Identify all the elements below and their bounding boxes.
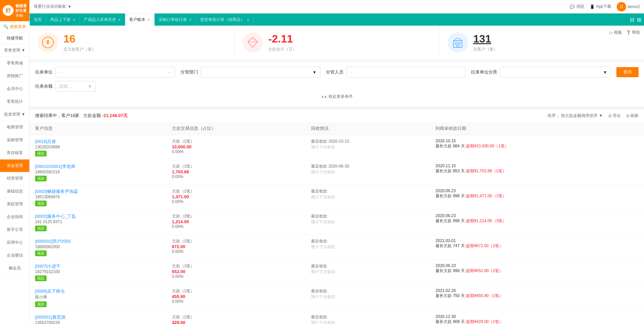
debt-amount-2[interactable]: 1,471.00 bbox=[172, 194, 301, 199]
sidebar-item-label: 会员中心 bbox=[1, 86, 28, 92]
sidebar-item-member-center[interactable]: 会员中心 bbox=[0, 83, 29, 95]
stat-info-debt-amount: -2.11 欠款合计（万） bbox=[268, 33, 297, 52]
sidebar-item-retail-stats[interactable]: 零售统计 bbox=[0, 95, 29, 108]
overdue-link-6[interactable]: 超期¥455.90（1笔） bbox=[466, 293, 503, 298]
customer-name-link-3[interactable]: [0002]服务中心_丁磊 bbox=[35, 214, 76, 219]
cell-due-date-3: 2020.06.23 最长欠款 998 天 超期¥1,214.00（3笔） bbox=[430, 210, 644, 235]
user-item[interactable]: D demo2 bbox=[617, 2, 640, 11]
filter-input-source-unit[interactable]: ··· bbox=[55, 67, 175, 78]
tab-product-history-close[interactable]: ✕ bbox=[118, 18, 121, 22]
overdue-link-0[interactable]: 超期¥10,000.00（1笔） bbox=[466, 144, 509, 148]
tab-minimize-icon[interactable]: ⊟ bbox=[630, 17, 634, 23]
tab-home[interactable]: 首页 bbox=[30, 13, 46, 26]
sidebar-item-app-center[interactable]: 应用中心 bbox=[0, 236, 29, 249]
sidebar-item-purchase-mgmt[interactable]: 采购管理 bbox=[0, 134, 29, 147]
tab-purchase-summary-by-product-close[interactable]: ✕ bbox=[247, 18, 249, 22]
sidebar-item-system-mgmt[interactable]: 系统管理 bbox=[0, 198, 29, 211]
refresh-action[interactable]: ◎ 刷新 bbox=[626, 113, 639, 119]
filter-select-source-unit-class[interactable]: ▼ bbox=[500, 67, 611, 78]
stat-number-debt-amount: -2.11 bbox=[268, 33, 297, 45]
customer-name-link-0[interactable]: [0016]吕俊 bbox=[35, 139, 56, 144]
sidebar-item-new-guide[interactable]: 新手引导 bbox=[0, 224, 29, 236]
sidebar-item-enterprise-wechat[interactable]: 企业微信 bbox=[0, 249, 29, 262]
due-date-7: 2020.12.30 bbox=[436, 314, 639, 319]
debt-amount-5[interactable]: 652.00 bbox=[172, 269, 301, 274]
sidebar-item-basic-info[interactable]: 基础信息 bbox=[0, 185, 29, 198]
filter-select-remaining[interactable]: 选择... ▼ bbox=[55, 81, 96, 92]
sort-dropdown[interactable]: 排序： 按欠款金额倒序排序 ▼ bbox=[548, 113, 603, 119]
filter-select-department[interactable]: ▼ bbox=[201, 67, 320, 78]
tab-purchase-order-summary-close[interactable]: ✕ bbox=[189, 18, 192, 22]
debt-amount-0[interactable]: 10,000.00 bbox=[172, 144, 301, 149]
app-download-item[interactable]: 📱 App下载 bbox=[590, 4, 611, 9]
customer-name-link-6[interactable]: [0006]去下粮仓 bbox=[35, 289, 65, 294]
overdue-link-5[interactable]: 超期¥652.00（1笔） bbox=[466, 268, 503, 273]
sidebar-item-finance-mgmt[interactable]: 资金管理 bbox=[0, 159, 29, 172]
overdue-link-1[interactable]: 超期¥1,703.68（1笔） bbox=[466, 169, 506, 173]
video-action[interactable]: ▷ 视频 bbox=[610, 30, 622, 35]
collapse-more-btn[interactable]: ∧∧ 收起更多条件 bbox=[35, 92, 639, 101]
sidebar-item-enterprise-collab[interactable]: 企业协同 bbox=[0, 211, 29, 224]
sidebar-item-marketing[interactable]: 营销推广 bbox=[0, 70, 29, 83]
tab-purchase-order-summary[interactable]: 采购订单统计表 ✕ bbox=[155, 13, 196, 26]
cell-customer-info-6: [0006]去下粮仓 陈小希 现款 bbox=[30, 285, 167, 311]
debt-percent-1: 0.00% bbox=[172, 174, 301, 179]
filter-label-manager: 分管人员 bbox=[326, 69, 343, 75]
collapse-label: 收起更多条件 bbox=[329, 94, 353, 99]
sidebar-item-label: 营销推广 bbox=[1, 73, 28, 79]
debt-amount-3[interactable]: 1,214.00 bbox=[172, 219, 301, 224]
debt-amount-7[interactable]: 429.00 bbox=[172, 320, 301, 324]
recent-payment-3: 最近收款 bbox=[311, 213, 425, 219]
filter-input-manager[interactable]: ··· bbox=[346, 67, 466, 78]
sidebar-item-operations-mgmt[interactable]: 经营管理 bbox=[0, 172, 29, 185]
customer-name-link-5[interactable]: [0007]小进千 bbox=[35, 264, 60, 269]
tab-product-offline[interactable]: 商品上下架 ✕ bbox=[46, 13, 80, 26]
company-name: 母婴行业演示账套 bbox=[34, 4, 66, 9]
sidebar-item-ecommerce-mgmt[interactable]: 电商管理 bbox=[0, 121, 29, 134]
overdue-link-2[interactable]: 超期¥1,471.00（1笔） bbox=[466, 194, 506, 198]
help-action[interactable]: ❓ 帮助 bbox=[626, 30, 640, 35]
cell-customer-info-1: [0001020001]李老师 18600391516 现款 bbox=[30, 160, 167, 185]
cell-debt-info-2: 欠款（1笔） 1,471.00 0.00% bbox=[167, 185, 306, 210]
customer-name-link-7[interactable]: [000001]黄思源 bbox=[35, 315, 65, 320]
message-item[interactable]: 💬 消息 bbox=[570, 4, 584, 9]
debt-amount-4[interactable]: 672.00 bbox=[172, 244, 301, 249]
cell-recovery-0: 最近收款 2020-10-15 预计下次收款 bbox=[306, 135, 430, 160]
sidebar-item-member-vip[interactable]: 畅会员 bbox=[0, 262, 29, 275]
customer-name-link-1[interactable]: [0001020001]李老师 bbox=[35, 164, 75, 169]
company-dropdown-icon: ▼ bbox=[67, 4, 72, 9]
tab-expand-icon[interactable]: ⊞ bbox=[637, 17, 641, 23]
customer-name-link-2[interactable]: [0003]畅捷服务尹海蕊 bbox=[35, 189, 78, 194]
topbar-left: 母婴行业演示账套 ▼ bbox=[34, 4, 72, 9]
stat-number-total-customers: 131 bbox=[473, 33, 498, 45]
company-selector[interactable]: 母婴行业演示账套 ▼ bbox=[34, 4, 72, 9]
tab-product-offline-close[interactable]: ✕ bbox=[73, 18, 75, 22]
recent-payment-1: 最近收款 2020-06-30 bbox=[311, 164, 425, 169]
quick-nav[interactable]: 快捷导航 bbox=[0, 33, 29, 44]
tab-customer-account[interactable]: 客户账本 ✕ bbox=[125, 13, 155, 26]
overdue-link-3[interactable]: 超期¥1,214.00（3笔） bbox=[466, 218, 506, 223]
customer-name-link-4[interactable]: [000002]用户2050 bbox=[35, 239, 71, 244]
tabs-actions: ⊟ ⊞ bbox=[630, 17, 644, 23]
sidebar-item-retail-mall[interactable]: 零售商城 bbox=[0, 57, 29, 70]
recent-payment-4: 最近收款 bbox=[311, 238, 425, 244]
overdue-link-7[interactable]: 超期¥429.00（1笔） bbox=[466, 319, 503, 324]
debt-amount-6[interactable]: 455.90 bbox=[172, 294, 301, 299]
debt-amount-1[interactable]: 1,703.68 bbox=[172, 169, 301, 174]
svg-text:¥: ¥ bbox=[46, 39, 49, 45]
query-button[interactable]: 查询 bbox=[616, 67, 639, 77]
search-menu[interactable]: 🔍 搜索菜单 bbox=[0, 21, 29, 33]
table-row: [000001]黄思源 13552700226 现款 欠款（1笔） 429.00… bbox=[30, 311, 644, 324]
overdue-link-4[interactable]: 超期¥672.00（1笔） bbox=[466, 243, 503, 248]
tab-product-history[interactable]: 产成品入库单历史 ✕ bbox=[80, 13, 125, 26]
sidebar-item-inventory[interactable]: 库存核算 bbox=[0, 147, 29, 159]
sidebar-item-batch-mgmt[interactable]: 批发管理 ▼ bbox=[0, 108, 29, 121]
recent-payment-7: 最近收款 bbox=[311, 314, 425, 320]
export-action[interactable]: ◎ 导出 bbox=[608, 113, 621, 119]
tab-customer-account-close[interactable]: ✕ bbox=[147, 18, 150, 22]
tab-purchase-summary-by-product[interactable]: 进货单统计表（按商品） ✕ bbox=[196, 13, 254, 26]
customer-tag-4: 现款 bbox=[35, 251, 47, 256]
due-date-0: 2020.10.15 bbox=[436, 139, 639, 143]
sidebar-item-retail-mgmt[interactable]: 零售管理 ▼ bbox=[0, 44, 29, 57]
recent-payment-2: 最近收款 bbox=[311, 188, 425, 194]
